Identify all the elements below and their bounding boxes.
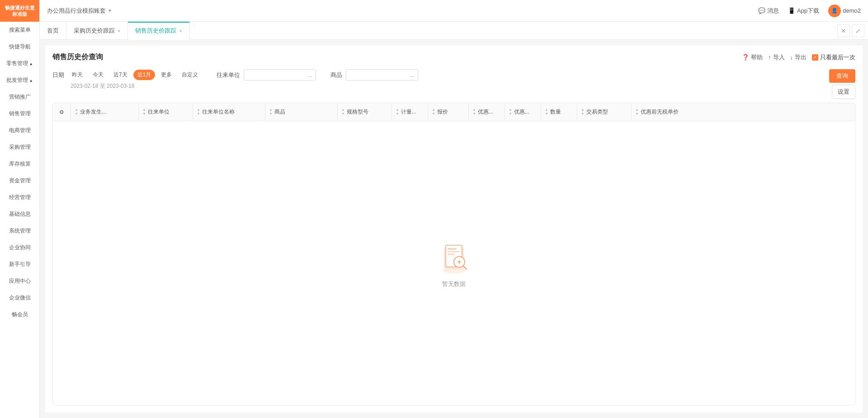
sort-spec[interactable]: ▲ ▼ [341,108,345,116]
only-last-checkbox[interactable]: ✓ 只看最后一次 [812,53,855,62]
sort-partner-code[interactable]: ▲ ▼ [142,108,146,116]
avatar: 👤 [828,5,841,17]
message-button[interactable]: 💬 消息 [758,7,779,15]
date-shortcut-今天[interactable]: 今天 [89,70,108,80]
th-price-label: 报价 [437,108,448,116]
th-unit-label: 计量... [401,108,416,116]
sort-product[interactable]: ▲ ▼ [269,108,273,116]
search-button[interactable]: 查询 [829,69,855,83]
th-price[interactable]: ▲ ▼ 报价 [428,103,469,121]
sidebar-item-search-menu[interactable]: 搜索菜单 [0,22,39,38]
chevron-down-icon: ▼ [108,8,112,13]
th-partner-name[interactable]: ▲ ▼ 往来单位名称 [193,103,265,121]
th-spec[interactable]: ▲ ▼ 规格型号 [338,103,392,121]
sort-price[interactable]: ▲ ▼ [432,108,435,116]
tab-bar-actions: ✕ ⤢ [837,24,868,37]
sidebar-item-new-user[interactable]: 新手引导 [0,256,39,273]
date-shortcut-昨天[interactable]: 昨天 [68,70,87,80]
sidebar-item-sales-mgmt[interactable]: 销售管理 [0,105,39,122]
page-content: 销售历史价查询 ❓ 帮助 ↑ 导入 ↓ 导出 ✓ [40,40,868,418]
partner-label: 往来单位 [217,71,240,79]
sort-unit[interactable]: ▲ ▼ [396,108,399,116]
export-button[interactable]: ↓ 导出 [790,53,807,62]
sidebar-item-basic-info[interactable]: 基础信息 [0,206,39,223]
th-partner-name-label: 往来单位名称 [202,108,235,116]
partner-filter-group: 往来单位 ... [217,69,316,81]
th-no-tax-price[interactable]: ▲ ▼ 优惠前无税单价 [632,103,855,121]
company-name: 办公用品行业模拟账套 [47,7,106,15]
date-shortcut-自定义[interactable]: 自定义 [178,70,202,80]
header-right: 💬 消息 📱 App下载 👤 demo2 [758,5,861,17]
logo-text: 畅捷通好生意 [5,5,35,11]
sidebar-item-app-center[interactable]: 应用中心 [0,273,39,290]
sidebar-item-member[interactable]: 畅会员 [0,306,39,323]
th-trade-type[interactable]: ▲ ▼ 交易类型 [577,103,632,121]
company-selector[interactable]: 办公用品行业模拟账套 ▼ [47,7,112,15]
header-left: 办公用品行业模拟账套 ▼ [47,7,112,15]
th-business-date-label: 业务发生... [80,108,106,116]
th-business-date[interactable]: ▲ ▼ 业务发生... [71,103,139,121]
sort-discount2[interactable]: ▲ ▼ [509,108,512,116]
sidebar-item-operations[interactable]: 经营管理 [0,189,39,206]
app-logo: 畅捷通好生意 标准版 [0,0,39,22]
sidebar-item-retail-mgmt[interactable]: 零售管理 ▲ [0,55,39,72]
help-icon: ❓ [742,54,749,61]
date-filter-group: 日期 昨天今天近7天近1月更多自定义 [52,70,202,80]
th-discount2[interactable]: ▲ ▼ 优惠... [505,103,541,121]
app-download-button[interactable]: 📱 App下载 [788,7,819,15]
sidebar-item-inventory[interactable]: 库存核算 [0,156,39,172]
download-icon: 📱 [788,7,795,14]
th-product[interactable]: ▲ ▼ 商品 [265,103,338,121]
product-label: 商品 [330,71,342,79]
th-partner-code-label: 往来单位 [148,108,170,116]
import-button[interactable]: ↑ 导入 [768,53,785,62]
tab-close-sales-history[interactable]: × [179,28,182,33]
sidebar-item-system-mgmt[interactable]: 系统管理 [0,223,39,239]
maximize-button[interactable]: ⤢ [852,24,864,37]
date-label: 日期 [52,71,64,79]
sidebar-item-wholesale-mgmt[interactable]: 批发管理 ▲ [0,72,39,89]
partner-input[interactable]: ... [244,69,316,81]
help-button[interactable]: ❓ 帮助 [742,53,763,62]
table-header: ⚙ ▲ ▼ 业务发生... ▲ ▼ 往来单位 [53,103,855,121]
th-settings[interactable]: ⚙ [53,103,71,121]
username: demo2 [843,7,861,14]
sort-discount1[interactable]: ▲ ▼ [472,108,476,116]
settings-icon: ⚙ [59,109,64,115]
sort-trade-type[interactable]: ▲ ▼ [581,108,585,116]
th-unit[interactable]: ▲ ▼ 计量... [392,103,428,121]
date-shortcut-近7天[interactable]: 近7天 [109,70,132,80]
date-shortcuts: 昨天今天近7天近1月更多自定义 [68,70,202,80]
sidebar-item-enterprise-coop[interactable]: 企业协同 [0,239,39,256]
th-partner-code[interactable]: ▲ ▼ 往来单位 [139,103,193,121]
tab-home[interactable]: 首页 [40,22,66,40]
sort-no-tax-price[interactable]: ▲ ▼ [635,108,639,116]
sidebar-item-finance[interactable]: 资金管理 [0,172,39,189]
tab-label-sales-history: 销售历史价跟踪 [135,27,176,35]
settings-button[interactable]: 设置 [832,85,855,99]
sidebar-item-quick-nav[interactable]: 快捷导航 [0,38,39,55]
filter-row-2: 2023-02-18 至 2023-03-18 [71,82,824,90]
th-discount1[interactable]: ▲ ▼ 优惠... [469,103,505,121]
user-menu[interactable]: 👤 demo2 [828,5,861,17]
import-icon: ↑ [768,54,771,61]
sort-qty[interactable]: ▲ ▼ [545,108,548,116]
date-shortcut-更多[interactable]: 更多 [157,70,176,80]
date-shortcut-近1月[interactable]: 近1月 [133,70,156,80]
message-icon: 💬 [758,7,765,14]
tab-sales-history[interactable]: 销售历史价跟踪× [128,22,189,40]
tab-label-home: 首页 [47,27,59,35]
th-qty[interactable]: ▲ ▼ 数量 [541,103,577,121]
help-label: 帮助 [751,53,763,62]
sort-business-date[interactable]: ▲ ▼ [75,108,78,116]
sidebar-item-purchase-mgmt[interactable]: 采购管理 [0,139,39,156]
sidebar-item-marketing[interactable]: 营销推广 [0,89,39,105]
tab-close-purchase-history[interactable]: × [118,28,120,33]
sidebar-item-ecommerce[interactable]: 电商管理 [0,122,39,139]
tab-purchase-history[interactable]: 采购历史价跟踪× [66,22,128,40]
close-tab-button[interactable]: ✕ [837,24,850,37]
sort-partner-name[interactable]: ▲ ▼ [197,108,200,116]
sidebar-item-enterprise-wechat[interactable]: 企业微信 [0,290,39,306]
product-input[interactable]: ... [346,69,418,81]
page-title-row: 销售历史价查询 ❓ 帮助 ↑ 导入 ↓ 导出 ✓ [52,52,855,62]
